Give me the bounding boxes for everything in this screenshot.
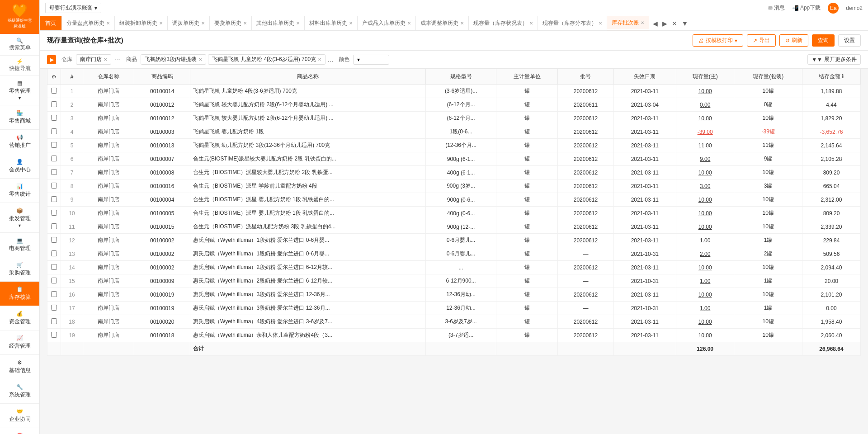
color-dropdown[interactable]: ▾	[353, 55, 389, 65]
warehouse-tag-0[interactable]: 南岸门店 ✕	[76, 54, 111, 65]
cell-qty-main[interactable]: 0.00	[676, 98, 734, 112]
th-settings[interactable]: ⚙	[47, 69, 61, 85]
sidebar-item-retail-stats[interactable]: 📊 零售统计	[0, 179, 39, 203]
sidebar-item-member[interactable]: 👤 会员中心	[0, 154, 39, 179]
cell-checkbox[interactable]	[47, 288, 61, 302]
tab-inventory-dist-close-icon[interactable]: ✕	[599, 21, 602, 26]
sidebar-item-sys[interactable]: 🔧 系统管理	[0, 379, 39, 404]
tab-split-inventory[interactable]: 分量盘点单历史 ✕	[62, 16, 115, 31]
sidebar-item-retail-mgmt[interactable]: ▤ 零售管理 ▼	[0, 75, 39, 105]
settings-btn[interactable]: 设置	[838, 34, 861, 47]
cell-qty-main[interactable]: 10.00	[676, 112, 734, 125]
query-btn[interactable]: 查询	[812, 34, 835, 47]
cell-qty-main[interactable]: 10.00	[676, 193, 734, 207]
sidebar-item-ops[interactable]: 📈 经营管理	[0, 330, 39, 355]
column-settings-icon[interactable]: ⚙	[52, 74, 57, 80]
filter-toggle-btn[interactable]: ▶	[47, 55, 56, 64]
tab-next-icon[interactable]: ▶	[660, 19, 669, 28]
cell-qty-main[interactable]: 10.00	[676, 329, 734, 342]
cell-checkbox[interactable]	[47, 220, 61, 234]
cell-checkbox[interactable]	[47, 261, 61, 274]
tab-menu-icon[interactable]: ▼	[680, 19, 690, 28]
tab-inventory-dist[interactable]: 现存量（库存分布表） ✕	[538, 16, 607, 31]
product-more-icon[interactable]: ...	[327, 56, 333, 64]
tab-prev-icon[interactable]: ◀	[651, 19, 660, 28]
search-menu[interactable]: 🔍 搜索英单	[0, 34, 39, 56]
cell-qty-main[interactable]: 10.00	[676, 261, 734, 274]
cell-qty-main[interactable]: 10.00	[676, 207, 734, 220]
sidebar-item-retail-shop[interactable]: 🏪 零售商城	[0, 105, 39, 130]
cell-checkbox[interactable]	[47, 274, 61, 288]
tab-inventory-status[interactable]: 现存量（库存状况表） ✕	[469, 16, 538, 31]
warehouse-more-icon[interactable]: ···	[115, 56, 121, 64]
cell-checkbox[interactable]	[47, 247, 61, 261]
tab-other-out[interactable]: 其他出库单历史 ✕	[252, 16, 305, 31]
tab-material-out[interactable]: 材料出库单历史 ✕	[305, 16, 358, 31]
sidebar-item-guide[interactable]: 🎯 新手引导	[0, 428, 39, 434]
cell-checkbox[interactable]	[47, 85, 61, 98]
cell-checkbox[interactable]	[47, 234, 61, 247]
product-tag-close-1[interactable]: ✕	[318, 57, 321, 62]
product-tag-0[interactable]: 飞鹤奶粉3段丙罐提装 ✕	[141, 54, 206, 65]
tab-other-out-close-icon[interactable]: ✕	[296, 21, 300, 26]
cell-qty-main[interactable]: 2.00	[676, 247, 734, 261]
cell-qty-main[interactable]: -39.00	[676, 125, 734, 139]
cell-checkbox[interactable]	[47, 152, 61, 166]
refresh-btn[interactable]: ↺ 刷新	[779, 34, 808, 47]
tab-material-out-close-icon[interactable]: ✕	[349, 21, 353, 26]
cell-checkbox[interactable]	[47, 166, 61, 179]
app-download-btn[interactable]: 📲 App下载	[792, 4, 821, 12]
tab-disassemble-close-icon[interactable]: ✕	[159, 21, 163, 26]
cell-checkbox[interactable]	[47, 207, 61, 220]
tab-split-close-icon[interactable]: ✕	[106, 21, 110, 26]
sidebar-item-purchase[interactable]: 🛒 采购管理	[0, 257, 39, 282]
tab-demand[interactable]: 要货单历史 ✕	[210, 16, 252, 31]
username[interactable]: demo2	[846, 5, 863, 11]
export-btn[interactable]: ↗ 导出	[747, 34, 776, 47]
cell-qty-main[interactable]: 3.00	[676, 179, 734, 193]
message-btn[interactable]: ✉ 消息	[768, 4, 785, 12]
tab-close-all-icon[interactable]: ✕	[670, 19, 679, 28]
sidebar-item-wholesale[interactable]: 📦 批发管理 ▼	[0, 203, 39, 233]
cell-checkbox[interactable]	[47, 98, 61, 112]
avatar[interactable]: Ea	[828, 3, 839, 14]
tab-disassemble[interactable]: 组装拆卸单历史 ✕	[115, 16, 168, 31]
expand-more-btn[interactable]: ▼▼ 展开更多条件	[807, 54, 861, 65]
warehouse-tag-close-0[interactable]: ✕	[104, 57, 107, 62]
cell-checkbox[interactable]	[47, 315, 61, 329]
cell-qty-main[interactable]: 1.00	[676, 234, 734, 247]
tab-cost-adjust-close-icon[interactable]: ✕	[460, 21, 464, 26]
tab-product-in[interactable]: 产成品入库单历史 ✕	[358, 16, 416, 31]
sidebar-item-marketing[interactable]: 📢 营销推广	[0, 130, 39, 154]
cell-qty-main[interactable]: 10.00	[676, 85, 734, 98]
cell-checkbox[interactable]	[47, 179, 61, 193]
sidebar-item-finance[interactable]: 💰 资金管理	[0, 306, 39, 330]
cell-qty-main[interactable]: 1.00	[676, 274, 734, 288]
sidebar-item-base[interactable]: ⚙ 基础信息	[0, 355, 39, 379]
tab-transfer[interactable]: 调拨单历史 ✕	[168, 16, 210, 31]
cell-qty-main[interactable]: 10.00	[676, 166, 734, 179]
cell-checkbox[interactable]	[47, 125, 61, 139]
tab-transfer-close-icon[interactable]: ✕	[201, 21, 205, 26]
tab-demand-close-icon[interactable]: ✕	[243, 21, 247, 26]
product-tag-close-0[interactable]: ✕	[198, 57, 202, 62]
cell-checkbox[interactable]	[47, 302, 61, 315]
print-btn[interactable]: 🖨 按模板打印 ▾	[693, 34, 743, 47]
tab-product-in-close-icon[interactable]: ✕	[407, 21, 411, 26]
cell-checkbox[interactable]	[47, 193, 61, 207]
account-dropdown[interactable]: 母婴行业演示账套 ▾	[45, 3, 101, 13]
tab-batch-voucher[interactable]: 库存批次账 ✕	[607, 16, 649, 31]
cell-qty-main[interactable]: 1.00	[676, 302, 734, 315]
sidebar-item-ecom[interactable]: 💻 电商管理	[0, 233, 39, 257]
sidebar-item-coop[interactable]: 🤝 企业协同	[0, 404, 39, 428]
product-tag-1[interactable]: 飞鹤星飞帆 儿童奶粉 4段(3-6岁适用) 700克 ✕	[208, 54, 326, 65]
cell-qty-main[interactable]: 10.00	[676, 220, 734, 234]
tab-cost-adjust[interactable]: 成本调整单历史 ✕	[416, 16, 469, 31]
cell-checkbox[interactable]	[47, 112, 61, 125]
cell-qty-main[interactable]: 10.00	[676, 315, 734, 329]
cell-checkbox[interactable]	[47, 329, 61, 342]
cell-qty-main[interactable]: 10.00	[676, 288, 734, 302]
tab-batch-voucher-close-icon[interactable]: ✕	[641, 20, 644, 25]
cell-qty-main[interactable]: 11.00	[676, 139, 734, 152]
cell-qty-main[interactable]: 9.00	[676, 152, 734, 166]
